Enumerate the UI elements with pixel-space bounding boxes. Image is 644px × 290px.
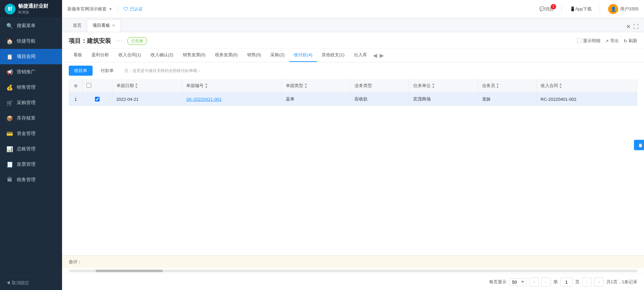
sub-nav-item-4[interactable]: 销售发票(0) (178, 49, 210, 62)
topbar-project-selector[interactable]: 新服务官网演示账套 ▼ (67, 6, 112, 12)
sub-nav-item-2[interactable]: 收入合同(1) (114, 49, 146, 62)
sidebar-unpin-button[interactable]: ◀ 取消固定 (0, 276, 62, 290)
cell-checkbox-0[interactable] (83, 93, 112, 106)
col-partner[interactable]: 往来单位 ▲▼ (409, 79, 478, 93)
export-icon: ↗ (605, 39, 609, 44)
sidebar-item-6[interactable]: 📦库存核算 (0, 111, 62, 126)
phone-icon: 📱 (570, 6, 575, 11)
topbar-certified-badge: 🛡 已认证 (123, 6, 143, 12)
col-number[interactable]: 单据编号 ▲▼ (182, 79, 282, 93)
tab-home[interactable]: 首页 (67, 20, 87, 32)
col-date[interactable]: 单据日期 ▲▼ (112, 79, 182, 93)
certified-shield-icon: 🛡 (123, 6, 128, 12)
messages-button[interactable]: 💬 消息 1 (539, 6, 553, 12)
sidebar-label-2: 项目合同 (17, 54, 36, 60)
sub-nav-left-arrow[interactable]: ◀ (372, 52, 378, 59)
row-checkbox-0[interactable] (95, 97, 100, 101)
content-area: 项目： 建筑安装 ··· 已生效 显示明细 ↗ 导出 ↻ 刷新 (62, 32, 644, 290)
col-settings[interactable]: ⚙ (69, 79, 83, 93)
sub-nav-item-7[interactable]: 采购(2) (266, 49, 289, 62)
sub-nav-item-3[interactable]: 收入确认(2) (146, 49, 178, 62)
scrollbar-thumb[interactable] (96, 270, 163, 272)
tabbar: 首页 项目看板 ✕ ✕ ⛶ (62, 18, 644, 32)
inner-tab-1[interactable]: 付款单 (95, 66, 119, 76)
per-page-select[interactable]: 50 20 100 200 (509, 278, 527, 286)
app-logo-icon: 财 (5, 4, 15, 14)
sidebar-item-4[interactable]: 💰销售管理 (0, 80, 62, 95)
refresh-icon: ↻ (624, 39, 627, 44)
tab-close-icon[interactable]: ✕ (112, 23, 115, 28)
table-row[interactable]: 1 2022-04-21 SK-20220421-001 蓝单 应收款 宏茂商场… (69, 93, 637, 106)
sidebar-icon-9: 🧾 (6, 161, 13, 168)
last-page-button[interactable]: » (594, 277, 604, 287)
sidebar-item-8[interactable]: 📊总账管理 (0, 141, 62, 157)
sidebar-label-3: 营销推广 (17, 69, 36, 75)
sub-nav-item-8[interactable]: 收付款(4) (289, 49, 317, 62)
project-label: 项目： (69, 37, 87, 45)
sidebar-label-9: 发票管理 (17, 161, 36, 167)
cell-number-0[interactable]: SK-20220421-001 (182, 93, 282, 106)
sidebar: 财 畅捷通好业财 标准版 🔍搜索菜单🏠快捷导航📋项目合同📢营销推广💰销售管理🛒采… (0, 0, 62, 290)
sidebar-icon-0: 🔍 (6, 22, 13, 29)
sidebar-item-2[interactable]: 📋项目合同 (0, 49, 62, 64)
right-float-button[interactable]: 📋 (634, 140, 644, 150)
next-page-button[interactable]: › (582, 277, 592, 287)
sidebar-icon-1: 🏠 (6, 38, 13, 45)
right-float-icon: 📋 (638, 143, 643, 148)
export-button[interactable]: ↗ 导出 (605, 38, 619, 44)
sub-nav-item-10[interactable]: 出入库 (349, 49, 372, 62)
cell-salesperson-0: 龙妹 (478, 93, 536, 106)
col-biz-type: 业务类型 (350, 79, 409, 93)
table-footer: 合计： (62, 255, 644, 268)
tab-close-window-button[interactable]: ✕ (626, 23, 631, 30)
messages-badge: 1 (551, 4, 556, 9)
table-header-row: ⚙ 单据日期 ▲▼ 单据编号 (69, 79, 637, 93)
sub-nav-item-5[interactable]: 税务发票(0) (210, 49, 243, 62)
inner-tab-0[interactable]: 收款单 (69, 66, 93, 76)
sort-date-icon: ▲▼ (135, 82, 138, 89)
sub-nav-item-9[interactable]: 其他收支(1) (317, 49, 349, 62)
horizontal-scrollbar[interactable] (62, 268, 644, 274)
select-all-checkbox[interactable] (87, 83, 91, 88)
main-area: 新服务官网演示账套 ▼ 🛡 已认证 💬 消息 1 📱 App下载 👤 用户335… (62, 0, 644, 290)
current-page-input[interactable] (560, 277, 573, 287)
sub-nav-item-1[interactable]: 盈利分析 (87, 49, 114, 62)
settings-icon[interactable]: ⚙ (74, 83, 78, 88)
receipts-table: ⚙ 单据日期 ▲▼ 单据编号 (69, 79, 637, 106)
sidebar-icon-2: 📋 (6, 53, 13, 60)
col-contract[interactable]: 收入合同 ▲▼ (536, 79, 637, 93)
show-detail-action[interactable]: 显示明细 (577, 38, 600, 44)
sub-nav-right-arrow[interactable]: ▶ (378, 52, 385, 59)
user-label: 用户3355 (620, 6, 639, 12)
project-more-button[interactable]: ··· (116, 38, 123, 44)
user-menu-button[interactable]: 👤 用户3355 (608, 4, 639, 14)
show-detail-checkbox[interactable] (577, 39, 582, 43)
sidebar-icon-8: 📊 (6, 145, 13, 153)
sidebar-icon-5: 🛒 (6, 99, 13, 106)
topbar-project-name: 新服务官网演示账套 (67, 6, 107, 12)
project-actions: 显示明细 ↗ 导出 ↻ 刷新 (577, 38, 637, 44)
sidebar-label-5: 采购管理 (17, 100, 36, 106)
sidebar-item-0[interactable]: 🔍搜索菜单 (0, 18, 62, 33)
tab-fullscreen-button[interactable]: ⛶ (633, 24, 639, 30)
tab-project-board[interactable]: 项目看板 ✕ (87, 19, 121, 32)
col-type[interactable]: 单据类型 ▲▼ (282, 79, 351, 93)
first-page-button[interactable]: « (529, 277, 539, 287)
cell-contract-0: RC-20220401-002 (536, 93, 637, 106)
app-download-button[interactable]: 📱 App下载 (570, 6, 592, 12)
sidebar-item-5[interactable]: 🛒采购管理 (0, 95, 62, 111)
sub-nav-item-6[interactable]: 销售(0) (243, 49, 266, 62)
sidebar-item-7[interactable]: 💳资金管理 (0, 126, 62, 141)
col-salesperson[interactable]: 业务员 ▲▼ (478, 79, 536, 93)
sub-nav-item-0[interactable]: 看板 (69, 49, 87, 62)
sidebar-item-1[interactable]: 🏠快捷导航 (0, 33, 62, 49)
prev-page-button[interactable]: ‹ (541, 277, 551, 287)
sidebar-label-4: 销售管理 (17, 84, 36, 90)
col-checkbox (83, 79, 112, 93)
sidebar-item-10[interactable]: 🏛税务管理 (0, 172, 62, 188)
sidebar-item-9[interactable]: 🧾发票管理 (0, 157, 62, 172)
sidebar-item-3[interactable]: 📢营销推广 (0, 64, 62, 80)
refresh-button[interactable]: ↻ 刷新 (624, 38, 637, 44)
sort-number-icon: ▲▼ (205, 82, 208, 89)
sidebar-label-10: 税务管理 (17, 177, 36, 183)
